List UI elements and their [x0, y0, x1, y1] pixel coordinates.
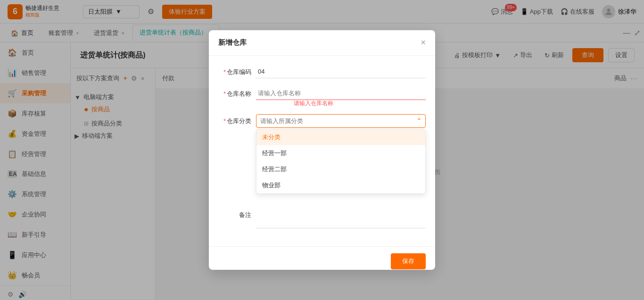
dropdown-item-2[interactable]: 经营二部 — [256, 161, 425, 177]
save-button[interactable]: 保存 — [391, 253, 426, 269]
category-label: 仓库分类 — [218, 114, 256, 125]
modal-title: 新增仓库 — [218, 38, 247, 47]
modal-overlay[interactable]: 新增仓库 × 仓库编码 仓库名称 请输入仓库名称 仓库分类 — [0, 0, 644, 300]
dropdown-item-0[interactable]: 未分类 — [256, 129, 425, 145]
form-row-name: 仓库名称 请输入仓库名称 — [218, 87, 426, 100]
name-error-msg: 请输入仓库名称 — [294, 100, 333, 108]
form-row-note: 备注 — [218, 208, 426, 228]
dropdown-item-1[interactable]: 经营一部 — [256, 145, 425, 161]
dropdown-item-3[interactable]: 物业部 — [256, 177, 425, 193]
modal-header: 新增仓库 × — [209, 30, 435, 56]
form-row-code: 仓库编码 — [218, 65, 426, 78]
form-row-category: 仓库分类 ⌃ 未分类 经营一部 经营二部 物业部 — [218, 114, 426, 128]
modal-close-button[interactable]: × — [421, 38, 426, 48]
code-label: 仓库编码 — [218, 65, 256, 76]
category-input[interactable] — [256, 114, 426, 128]
name-label: 仓库名称 — [218, 87, 256, 98]
name-input[interactable] — [256, 87, 426, 100]
add-warehouse-modal: 新增仓库 × 仓库编码 仓库名称 请输入仓库名称 仓库分类 — [209, 30, 435, 270]
category-dropdown: 未分类 经营一部 经营二部 物业部 — [256, 129, 426, 194]
category-select-wrapper: ⌃ 未分类 经营一部 经营二部 物业部 — [256, 114, 426, 128]
modal-footer: 保存 — [209, 246, 435, 276]
note-label: 备注 — [218, 208, 256, 219]
note-textarea[interactable] — [256, 208, 426, 228]
modal-body: 仓库编码 仓库名称 请输入仓库名称 仓库分类 ⌃ 未分类 — [209, 56, 435, 246]
code-input[interactable] — [256, 65, 426, 78]
